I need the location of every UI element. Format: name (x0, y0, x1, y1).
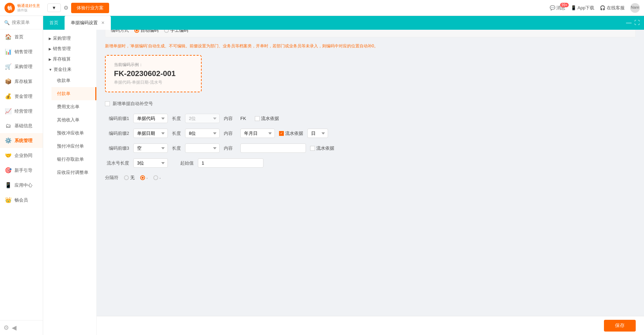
prefix-1-serial-checkbox[interactable] (255, 116, 260, 121)
search-icon: 🔍 (4, 20, 10, 25)
guide-icon: 🎯 (5, 167, 12, 174)
sub-sidebar-inventory[interactable]: ▶ 库存核算 (43, 53, 96, 64)
caret-right-icon3: ▶ (49, 57, 51, 61)
start-value-input[interactable] (198, 158, 263, 168)
sub-sidebar-advance-pay[interactable]: 预付冲应付单 (51, 140, 96, 153)
tab-close-icon[interactable]: ✕ (101, 20, 105, 25)
separator-label: 分隔符 (105, 175, 118, 181)
member-icon: 👑 (5, 197, 12, 203)
base-icon: 🗂 (5, 123, 12, 129)
prefix-3-select[interactable]: 空 (133, 143, 168, 153)
prefix-3-content-input[interactable] (240, 143, 306, 153)
prefix-1-length-label: 长度 (172, 115, 181, 122)
tabbar: 首页 单据编码设置 ✕ — ⛶ (43, 16, 644, 30)
start-value-label: 起始值 (180, 160, 194, 166)
serial-length-row: 流水号长度 3位 起始值 (105, 158, 636, 168)
prefix-1-length-select[interactable]: 2位 (185, 114, 220, 123)
settings-icon[interactable]: ⚙ (64, 4, 68, 11)
preview-sub: 单据代码-单据日期-流水号 (114, 80, 193, 85)
prefix-2-serial-label: 流水依据 (285, 130, 303, 137)
prefix-3-label: 编码前缀3 (105, 145, 129, 151)
sub-sidebar-other-income[interactable]: 其他收入单 (51, 113, 96, 127)
sidebar-item-base[interactable]: 🗂 基础信息 (0, 119, 43, 133)
prefix-2-select[interactable]: 单据日期 (133, 129, 168, 138)
minimize-icon[interactable]: — (626, 20, 632, 26)
logo-text: 畅通道好生意 插件版 (17, 3, 40, 12)
serial-length-select[interactable]: 3位 (133, 158, 168, 168)
purchase-icon: 🛒 (5, 63, 12, 70)
sub-sidebar-expense[interactable]: 费用支出单 (51, 100, 96, 113)
sidebar-item-operations[interactable]: 📈 经营管理 (0, 104, 43, 119)
prefix-2-content-select[interactable]: 年月日 (240, 129, 275, 138)
tab-encoding-settings[interactable]: 单据编码设置 ✕ (65, 16, 111, 30)
apps-icon: 📱 (5, 182, 12, 188)
app-download[interactable]: 📱 App下载 (571, 5, 594, 11)
caret-right-icon: ▶ (49, 37, 51, 40)
separator-row: 分隔符 无 · · (105, 175, 636, 181)
sidebar-item-purchase[interactable]: 🛒 采购管理 (0, 59, 43, 74)
prefix-1-serial-label: 流水依据 (261, 115, 279, 122)
topbar: 畅 畅通道好生意 插件版 ▼ ⚙ 体验行业方案 💬 消息 99+ 📱 App下载… (0, 0, 644, 16)
separator-options: 无 · · (124, 175, 161, 181)
tab-home[interactable]: 首页 (43, 16, 65, 30)
sub-sidebar-funds[interactable]: ▼ 资金往来 (43, 64, 96, 74)
sidebar-item-member[interactable]: 👑 畅会员 (0, 193, 43, 207)
auto-fill-checkbox[interactable] (105, 101, 110, 106)
avatar[interactable]: Nare (630, 3, 640, 13)
sep-none-dot (124, 175, 129, 180)
prefix-2-length-label: 长度 (172, 130, 181, 137)
logo: 畅 畅通道好生意 插件版 (4, 2, 47, 13)
sub-sidebar-adjust[interactable]: 应收应付调整单 (51, 166, 96, 179)
prefix-1-label: 编码前缀1 (105, 115, 129, 122)
online-service[interactable]: 🎧 在线客服 (600, 5, 625, 11)
sidebar-item-partner[interactable]: 🤝 企业协同 (0, 148, 43, 163)
sidebar-item-guide[interactable]: 🎯 新手引导 (0, 163, 43, 178)
sub-sidebar-receipt[interactable]: 收款单 (51, 74, 96, 87)
sales-icon: 📊 (5, 48, 12, 55)
sidebar-item-system[interactable]: ⚙️ 系统管理 (0, 133, 43, 148)
prefix-2-serial-checkbox[interactable] (279, 131, 284, 136)
sep-dot2-radio[interactable]: · (153, 175, 161, 180)
prefix-2-serial-wrap: 流水依据 (279, 130, 303, 137)
sub-sidebar-payment[interactable]: 付款单 (51, 87, 96, 100)
sidebar-item-inventory[interactable]: 📦 库存核算 (0, 74, 43, 89)
sep-dot2-dot (153, 175, 158, 180)
prefix-1-content-value: FK (240, 116, 251, 121)
sub-sidebar-advance-recv[interactable]: 预收冲应收单 (51, 127, 96, 140)
auto-fill-label: 新增单据自动补空号 (113, 101, 153, 107)
info-text: 新增单据时，'单据编码'自动生成、不可编辑。前缀设置为部门、业务员等档案类，开单… (105, 43, 636, 49)
cta-button[interactable]: 体验行业方案 (71, 3, 109, 13)
sep-dot-radio[interactable]: · (140, 175, 148, 180)
message-btn[interactable]: 💬 消息 99+ (550, 5, 566, 11)
prefix-2-length-select[interactable]: 8位 (185, 129, 220, 138)
sidebar-item-finance[interactable]: 💰 资金管理 (0, 89, 43, 104)
auto-fill-row: 新增单据自动补空号 (105, 101, 636, 107)
sidebar-item-apps[interactable]: 📱 应用中心 (0, 178, 43, 193)
prefix-2-cycle-select[interactable]: 日 (307, 129, 328, 138)
prefix-3-serial-checkbox[interactable] (310, 146, 315, 151)
tabbar-actions: — ⛶ (626, 20, 644, 26)
serial-length-label: 流水号长度 (105, 160, 129, 166)
workspace-dropdown[interactable]: ▼ (47, 3, 61, 12)
partner-icon: 🤝 (5, 152, 12, 159)
prefix-3-length-select[interactable] (185, 143, 220, 153)
sidebar-item-sales[interactable]: 📊 销售管理 (0, 44, 43, 59)
prefix-row-3: 编码前缀3 空 长度 内容 流水依据 (105, 143, 636, 153)
prefix-1-content-label: 内容 (224, 115, 236, 122)
preview-label: 当前编码示例： (114, 62, 193, 68)
sidebar-item-home[interactable]: 🏠 首页 (0, 29, 43, 44)
prefix-3-serial-wrap: 流水依据 (310, 145, 334, 151)
expand-icon[interactable]: ⛶ (634, 20, 640, 26)
topbar-mid: ▼ ⚙ 体验行业方案 (47, 3, 550, 13)
inventory-icon: 📦 (5, 78, 12, 85)
prefix-3-serial-label: 流水依据 (316, 145, 334, 151)
sep-none-radio[interactable]: 无 (124, 175, 135, 181)
sub-sidebar-purchase[interactable]: ▶ 采购管理 (43, 32, 96, 43)
sub-sidebar-sales[interactable]: ▶ 销售管理 (43, 43, 96, 53)
sub-sidebar-bank[interactable]: 银行存取款单 (51, 153, 96, 166)
logo-icon: 畅 (4, 2, 15, 13)
prefix-1-select[interactable]: 单据代码 (133, 114, 168, 123)
sidebar-search[interactable]: 🔍 搜索菜单 (0, 16, 43, 29)
prefix-row-1: 编码前缀1 单据代码 长度 2位 内容 FK 流水依据 (105, 114, 636, 123)
preview-box: 当前编码示例： FK-20230602-001 单据代码-单据日期-流水号 (105, 55, 202, 92)
